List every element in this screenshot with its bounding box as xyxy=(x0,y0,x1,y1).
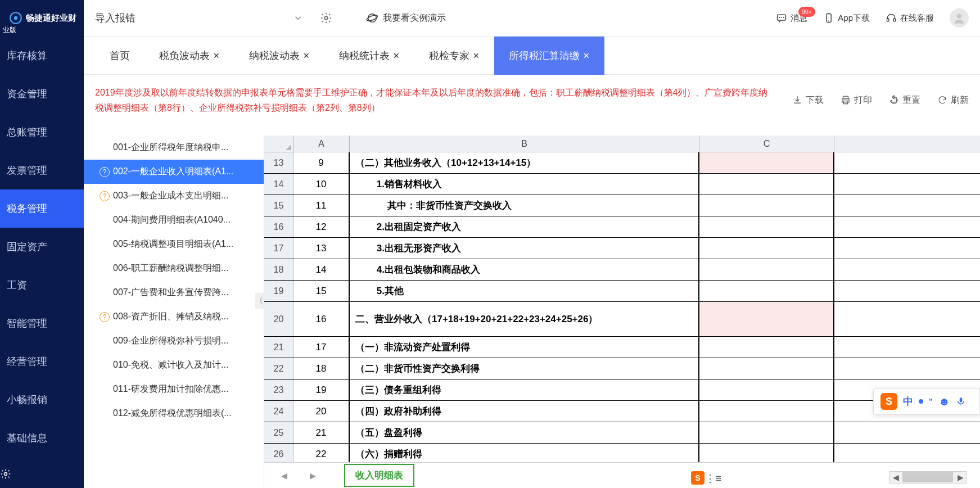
sidebar-item-assets[interactable]: 固定资产 xyxy=(0,228,84,266)
cell-a[interactable]: 10 xyxy=(293,174,350,195)
cell-a[interactable]: 13 xyxy=(293,238,350,259)
col-header-c[interactable]: C xyxy=(699,135,834,152)
col-header-a[interactable]: A xyxy=(293,135,350,152)
close-icon[interactable]: ✕ xyxy=(303,37,310,75)
cell-b[interactable]: 二、营业外收入（17+18+19+20+21+22+23+24+25+26） xyxy=(350,302,699,336)
sidebar-item-inventory[interactable]: 库存核算 xyxy=(0,37,84,75)
cell-a[interactable]: 17 xyxy=(293,337,350,358)
tree-item[interactable]: ?002-一般企业收入明细表(A1... xyxy=(84,160,264,184)
sheet-corner[interactable] xyxy=(264,135,293,152)
cell-c[interactable] xyxy=(699,152,834,173)
tab-tax-burden[interactable]: 税负波动表✕ xyxy=(144,37,234,75)
demo-link[interactable]: 我要看实例演示 xyxy=(366,12,446,24)
row-number[interactable]: 21 xyxy=(264,337,293,358)
tree-item[interactable]: 009-企业所得税弥补亏损明... xyxy=(84,329,264,353)
cell-a[interactable]: 11 xyxy=(293,195,350,216)
tree-item[interactable]: 001-企业所得税年度纳税申... xyxy=(84,135,264,160)
sheet-tab[interactable]: 收入明细表 xyxy=(344,464,414,487)
cell-a[interactable]: 12 xyxy=(293,216,350,237)
cell-c[interactable] xyxy=(699,358,834,379)
cell-b[interactable]: 2.出租固定资产收入 xyxy=(350,216,699,237)
cell-a[interactable]: 19 xyxy=(293,379,350,400)
ime-mic-icon[interactable] xyxy=(956,396,966,406)
sidebar-item-expense[interactable]: 小畅报销 xyxy=(0,381,84,419)
sidebar-item-smart[interactable]: 智能管理 xyxy=(0,304,84,342)
cell-c[interactable] xyxy=(699,401,834,422)
row-number[interactable]: 16 xyxy=(264,216,293,237)
ime-lang[interactable]: 中 xyxy=(903,395,913,408)
scroll-left-icon[interactable]: ◀ xyxy=(890,473,901,482)
tree-item[interactable]: ?003-一般企业成本支出明细... xyxy=(84,184,264,208)
cell-b[interactable]: （三）债务重组利得 xyxy=(350,379,699,400)
settings-icon[interactable] xyxy=(320,12,332,24)
avatar[interactable] xyxy=(950,8,969,28)
tree-item[interactable]: 005-纳税调整项目明细表(A1... xyxy=(84,232,264,256)
cell-c[interactable] xyxy=(699,302,834,336)
cell-c[interactable] xyxy=(699,216,834,237)
cell-c[interactable] xyxy=(699,337,834,358)
cell-a[interactable]: 15 xyxy=(293,281,350,301)
row-number[interactable]: 17 xyxy=(264,238,293,259)
cell-a[interactable]: 20 xyxy=(293,401,350,422)
cell-c[interactable] xyxy=(699,238,834,259)
close-icon[interactable]: ✕ xyxy=(473,37,480,75)
tab-tax-stats[interactable]: 纳税统计表✕ xyxy=(324,37,414,75)
tree-item[interactable]: 007-广告费和业务宣传费跨... xyxy=(84,281,264,305)
close-icon[interactable]: ✕ xyxy=(583,37,590,75)
cell-b[interactable]: （一）非流动资产处置利得 xyxy=(350,337,699,358)
cell-c[interactable] xyxy=(699,379,834,400)
cell-a[interactable]: 21 xyxy=(293,422,350,443)
cell-b[interactable]: （二）其他业务收入（10+12+13+14+15） xyxy=(350,152,699,173)
sidebar-item-funds[interactable]: 资金管理 xyxy=(0,75,84,113)
close-icon[interactable]: ✕ xyxy=(393,37,400,75)
cell-a[interactable]: 16 xyxy=(293,302,350,336)
row-number[interactable]: 19 xyxy=(264,281,293,301)
tree-item[interactable]: 012-减免所得税优惠明细表(... xyxy=(84,401,264,426)
col-header-b[interactable]: B xyxy=(350,135,699,152)
tab-home[interactable]: 首页 xyxy=(95,37,144,75)
horizontal-scrollbar[interactable]: ◀ ▶ xyxy=(889,471,967,484)
row-number[interactable]: 24 xyxy=(264,401,293,422)
sidebar-item-invoice[interactable]: 发票管理 xyxy=(0,151,84,189)
ime-mini-menu-icon[interactable]: ⋮≡ xyxy=(705,472,721,485)
cell-c[interactable] xyxy=(699,281,834,301)
chevron-down-icon[interactable] xyxy=(293,13,303,23)
online-service-button[interactable]: 在线客服 xyxy=(886,12,934,24)
cell-c[interactable] xyxy=(699,174,834,195)
sidebar-item-tax[interactable]: 税务管理 xyxy=(0,189,84,228)
row-number[interactable]: 20 xyxy=(264,302,293,336)
app-download-button[interactable]: App下载 xyxy=(823,12,870,24)
row-number[interactable]: 13 xyxy=(264,152,293,173)
row-number[interactable]: 23 xyxy=(264,379,293,400)
row-number[interactable]: 14 xyxy=(264,174,293,195)
tree-item[interactable]: ?008-资产折旧、摊销及纳税... xyxy=(84,305,264,329)
cell-a[interactable]: 14 xyxy=(293,259,350,280)
cell-c[interactable] xyxy=(699,195,834,216)
reset-button[interactable]: 重置 xyxy=(889,94,920,106)
row-number[interactable]: 15 xyxy=(264,195,293,216)
tab-income-tax[interactable]: 所得税汇算清缴✕ xyxy=(494,37,604,75)
cell-b[interactable]: 5.其他 xyxy=(350,281,699,301)
tree-item[interactable]: 006-职工薪酬纳税调整明细... xyxy=(84,256,264,281)
cell-a[interactable]: 22 xyxy=(293,444,350,462)
cell-b[interactable]: 1.销售材料收入 xyxy=(350,174,699,195)
cell-c[interactable] xyxy=(699,444,834,462)
row-number[interactable]: 18 xyxy=(264,259,293,280)
sidebar-item-base[interactable]: 基础信息 xyxy=(0,419,84,457)
cell-b[interactable]: （六）捐赠利得 xyxy=(350,444,699,462)
row-number[interactable]: 25 xyxy=(264,422,293,443)
ime-face-icon[interactable]: ☻ xyxy=(938,395,950,408)
cell-b[interactable]: 4.出租包装物和商品收入 xyxy=(350,259,699,280)
refresh-button[interactable]: 刷新 xyxy=(937,94,969,106)
tab-tax-payment[interactable]: 纳税波动表✕ xyxy=(234,37,324,75)
tab-tax-expert[interactable]: 税检专家✕ xyxy=(414,37,494,75)
sidebar-settings-icon[interactable] xyxy=(0,468,84,480)
close-icon[interactable]: ✕ xyxy=(213,37,220,75)
cell-b[interactable]: （二）非货币性资产交换利得 xyxy=(350,358,699,379)
row-number[interactable]: 26 xyxy=(264,444,293,462)
tree-item[interactable]: 010-免税、减计收入及加计... xyxy=(84,353,264,377)
print-button[interactable]: 打印 xyxy=(841,94,872,106)
cell-a[interactable]: 9 xyxy=(293,152,350,173)
cell-b[interactable]: 3.出租无形资产收入 xyxy=(350,238,699,259)
sheet-next-icon[interactable]: ▶ xyxy=(310,471,316,480)
